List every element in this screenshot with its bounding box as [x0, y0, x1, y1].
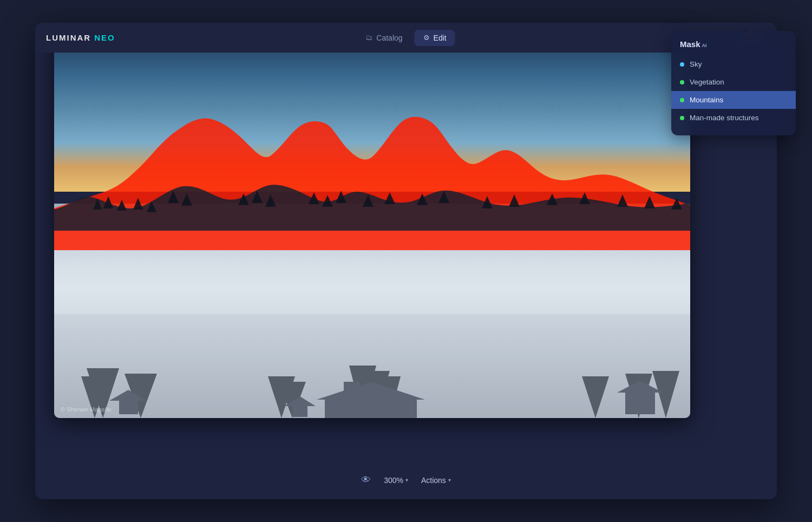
tab-catalog[interactable]: 🗂 Catalog [357, 30, 411, 46]
svg-marker-21 [617, 195, 628, 207]
mountains-label: Mountains [690, 96, 723, 104]
copyright: © Sherwin Magaño [61, 406, 112, 413]
zoom-control[interactable]: 300% ▾ [384, 476, 408, 485]
mask-panel: Mask AI Sky Vegetation Mountains Man-mad… [671, 31, 796, 135]
main-window: LUMINAR NEO 🗂 Catalog ⚙ Edit 🍎 ⊞ [35, 23, 777, 499]
sky-dot [680, 62, 684, 67]
mountains-dot [680, 98, 684, 102]
mask-item-sky[interactable]: Sky [671, 55, 796, 73]
actions-control[interactable]: Actions ▾ [421, 476, 451, 485]
title-bar: LUMINAR NEO 🗂 Catalog ⚙ Edit 🍎 ⊞ [35, 23, 777, 53]
actions-label: Actions [421, 476, 446, 485]
dark-hills [54, 172, 690, 231]
canvas-window: © Sherwin Magaño [54, 28, 690, 418]
svg-marker-22 [644, 197, 655, 209]
svg-marker-14 [384, 193, 395, 205]
ai-badge: AI [702, 43, 707, 48]
svg-rect-44 [54, 314, 690, 418]
sky-label: Sky [690, 60, 702, 68]
logo-luminar: LUMINAR [46, 33, 91, 42]
foreground-trees [54, 282, 690, 418]
mask-item-mountains[interactable]: Mountains [671, 91, 796, 109]
mask-item-man-made[interactable]: Man-made structures [671, 109, 796, 127]
logo-neo: NEO [94, 33, 115, 42]
tab-edit[interactable]: ⚙ Edit [415, 30, 455, 46]
mask-panel-title: Mask AI [671, 40, 796, 55]
edit-label: Edit [434, 34, 447, 42]
catalog-icon: 🗂 [365, 34, 372, 42]
zoom-value: 300% [384, 476, 403, 485]
zoom-chevron: ▾ [405, 477, 408, 483]
catalog-label: Catalog [376, 34, 402, 42]
mask-item-vegetation[interactable]: Vegetation [671, 73, 796, 91]
vegetation-label: Vegetation [690, 78, 724, 86]
svg-marker-2 [117, 200, 127, 211]
svg-marker-11 [322, 195, 333, 207]
app-logo: LUMINAR NEO [46, 33, 115, 42]
eye-icon[interactable]: 👁 [361, 474, 371, 486]
man-made-dot [680, 116, 684, 120]
nav-tabs: 🗂 Catalog ⚙ Edit [357, 30, 455, 46]
vegetation-dot [680, 80, 684, 84]
svg-marker-23 [671, 198, 682, 210]
man-made-label: Man-made structures [690, 114, 759, 122]
edit-icon: ⚙ [423, 34, 430, 42]
actions-chevron: ▾ [448, 477, 451, 483]
svg-marker-3 [133, 198, 143, 210]
bottom-bar: 👁 300% ▾ Actions ▾ [35, 474, 777, 486]
svg-marker-18 [509, 195, 520, 207]
